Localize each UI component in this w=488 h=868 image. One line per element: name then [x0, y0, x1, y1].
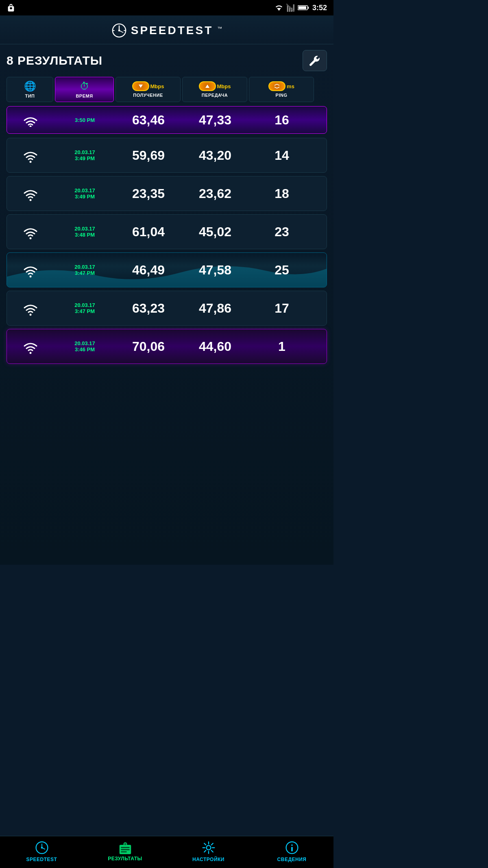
cell-time-5: 20.03.17 3:47 PM	[55, 299, 114, 318]
results-header: 8 РЕЗУЛЬТАТЫ	[7, 50, 327, 71]
result-row-5[interactable]: 20.03.17 3:47 PM 63,23 47,86 17	[7, 291, 327, 326]
cell-ping-1: 14	[249, 145, 314, 166]
svg-marker-15	[139, 85, 143, 88]
time-value-1: 3:49 PM	[75, 155, 95, 161]
col-unit-upload: Mbps	[217, 83, 231, 89]
svg-rect-10	[298, 7, 306, 9]
column-headers: 🌐 ТИП ⏱ ВРЕМЯ Mbps ПОЛУЧЕНИЕ	[7, 77, 327, 102]
ping-value-2: 18	[274, 186, 289, 201]
cell-time-0: 3:50 PM	[55, 114, 114, 126]
time-value-0: 3:50 PM	[75, 117, 95, 123]
app-logo: SPEEDTEST ™	[0, 23, 333, 38]
trademark: ™	[217, 26, 222, 31]
cell-time-1: 20.03.17 3:49 PM	[55, 146, 114, 165]
cell-upload-2: 23,62	[183, 183, 248, 204]
upload-value-6: 44,60	[199, 339, 231, 354]
wifi-icon-6	[22, 339, 39, 354]
date-value-2: 20.03.17	[74, 187, 95, 194]
cell-upload-3: 45,02	[183, 221, 248, 243]
upload-value-2: 23,62	[199, 186, 231, 201]
bag-icon	[7, 3, 15, 12]
wifi-icon-3	[22, 224, 39, 239]
cell-type-6	[7, 335, 54, 357]
speedtest-logo-icon	[111, 23, 127, 38]
ping-value-1: 14	[274, 148, 289, 163]
ping-arrows-icon	[274, 84, 280, 89]
cell-type-2	[7, 183, 54, 204]
result-row-1[interactable]: 20.03.17 3:49 PM 59,69 43,20 14	[7, 138, 327, 173]
upload-arrow-icon	[205, 84, 210, 89]
status-left	[7, 3, 15, 12]
status-time: 3:52	[312, 4, 327, 12]
cell-download-1: 59,69	[116, 145, 181, 166]
cell-download-6: 70,06	[116, 336, 181, 357]
cell-time-4: 20.03.17 3:47 PM	[55, 261, 114, 279]
cell-download-3: 61,04	[116, 221, 181, 243]
result-row-0[interactable]: 3:50 PM 63,46 47,33 16	[7, 106, 327, 134]
upload-value-1: 43,20	[199, 148, 231, 163]
download-value-6: 70,06	[132, 339, 165, 354]
col-header-type[interactable]: 🌐 ТИП	[7, 77, 53, 102]
download-value-5: 63,23	[132, 301, 165, 316]
col-label-download: ПОЛУЧЕНИЕ	[133, 93, 163, 98]
wrench-icon	[308, 54, 321, 67]
svg-marker-2	[277, 8, 281, 11]
download-value-0: 63,46	[132, 113, 165, 128]
results-title: 8 РЕЗУЛЬТАТЫ	[7, 54, 102, 67]
status-right: 3:52	[275, 4, 327, 12]
app-title: SPEEDTEST	[131, 24, 213, 37]
cell-download-2: 23,35	[116, 183, 181, 204]
cell-ping-3: 23	[249, 221, 314, 243]
result-row-2[interactable]: 20.03.17 3:49 PM 23,35 23,62 18	[7, 176, 327, 211]
upload-value-0: 47,33	[199, 113, 231, 128]
cell-time-6: 20.03.17 3:46 PM	[55, 337, 114, 356]
svg-marker-16	[205, 85, 209, 88]
download-arrow-icon	[138, 84, 144, 89]
col-label-time: ВРЕМЯ	[76, 94, 93, 98]
result-row-4[interactable]: 20.03.17 3:47 PM 46,49 47,58 25	[7, 252, 327, 287]
upload-value-5: 47,86	[199, 301, 231, 316]
upload-value-3: 45,02	[199, 224, 231, 239]
cell-upload-4: 47,58	[183, 259, 248, 281]
ping-badge	[268, 81, 285, 91]
ping-value-5: 17	[274, 301, 289, 316]
result-row-6[interactable]: 20.03.17 3:46 PM 70,06 44,60 1	[7, 329, 327, 364]
app-header: SPEEDTEST ™	[0, 15, 333, 44]
download-badge	[132, 81, 149, 91]
col-header-time[interactable]: ⏱ ВРЕМЯ	[55, 77, 114, 102]
col-header-upload[interactable]: Mbps ПЕРЕДАЧА	[182, 77, 247, 102]
col-unit-ping: ms	[287, 83, 294, 89]
clock-icon: ⏱	[80, 80, 89, 92]
col-header-ping[interactable]: ms PING	[249, 77, 314, 102]
svg-rect-9	[307, 7, 309, 9]
cell-ping-0: 16	[249, 109, 314, 131]
globe-icon: 🌐	[24, 80, 36, 92]
svg-rect-1	[10, 7, 12, 9]
ping-value-0: 16	[274, 113, 289, 128]
main-content: 8 РЕЗУЛЬТАТЫ 🌐 ТИП ⏱ ВРЕМЯ	[0, 44, 333, 565]
cell-type-4	[7, 259, 54, 281]
col-header-download[interactable]: Mbps ПОЛУЧЕНИЕ	[115, 77, 181, 102]
time-value-3: 3:48 PM	[75, 232, 95, 238]
svg-point-20	[29, 237, 31, 239]
time-value-6: 3:46 PM	[75, 346, 95, 352]
status-bar: 3:52	[0, 0, 333, 15]
col-label-upload: ПЕРЕДАЧА	[202, 93, 228, 98]
cell-download-4: 46,49	[116, 259, 181, 281]
date-value-6: 20.03.17	[74, 340, 95, 346]
svg-point-19	[29, 199, 31, 201]
cell-ping-2: 18	[249, 183, 314, 204]
result-row-3[interactable]: 20.03.17 3:48 PM 61,04 45,02 23	[7, 214, 327, 249]
time-value-2: 3:49 PM	[75, 194, 95, 200]
time-value-4: 3:47 PM	[75, 270, 95, 276]
cell-upload-0: 47,33	[183, 109, 248, 131]
settings-button[interactable]	[303, 50, 327, 71]
cell-type-5	[7, 297, 54, 319]
col-unit-download: Mbps	[150, 83, 164, 89]
download-value-3: 61,04	[132, 224, 165, 239]
time-value-5: 3:47 PM	[75, 308, 95, 314]
date-value-3: 20.03.17	[74, 226, 95, 232]
upload-badge	[199, 81, 216, 91]
svg-point-17	[29, 126, 31, 127]
date-value-1: 20.03.17	[74, 149, 95, 155]
